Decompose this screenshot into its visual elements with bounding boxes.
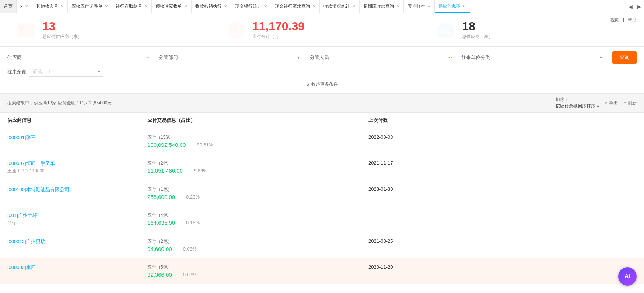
- transaction-col-row4: 应付（4笔） 164,635.90 0.15%: [147, 212, 368, 226]
- transaction-percent-row1: 89.61%: [197, 142, 213, 148]
- nav-tab-bank-deposit-label: 银行存取款单: [116, 3, 142, 10]
- stat-card-total-payable: 米 11,170.39 应付合计（万）: [217, 19, 427, 41]
- person-ellipsis-btn[interactable]: ···: [446, 54, 454, 61]
- transaction-col-row2: 应付（2笔） 11,051,486.00 9.89%: [147, 160, 368, 174]
- supplier-link-row5[interactable]: [000012]广州贝瑞: [7, 239, 45, 244]
- nav-arrow-left[interactable]: ◀: [626, 0, 635, 13]
- nav-tab-customer-account-close[interactable]: ✕: [427, 4, 431, 9]
- nav-tab-cash-bank-stat[interactable]: 现金银行统计 ✕: [231, 0, 271, 13]
- supplier-col-row5: [000012]广州贝瑞: [7, 238, 147, 245]
- nav-arrow-right[interactable]: ▶: [635, 0, 644, 13]
- nav-tab-other-income-label: 其他收入单: [36, 3, 58, 10]
- filter-balance-select[interactable]: 请选...（ ▾: [29, 67, 103, 77]
- nav-tab-customer-account[interactable]: 客户账本 ✕: [404, 0, 435, 13]
- table-container: 供应商信息 应付交易信息（占比） 上次付数 [000001]张三 应付（15笔）…: [0, 113, 644, 293]
- filter-dept: 分管部门 ▾: [159, 54, 303, 62]
- nav-tab-bank-deposit-close[interactable]: ✕: [144, 4, 148, 9]
- filter-person-input[interactable]: [332, 53, 443, 62]
- transaction-col-row1: 应付（15笔） 100,092,540.00 89.61%: [147, 134, 368, 148]
- transaction-label-row6: 应付（5笔）: [147, 264, 368, 270]
- stat-card-payable-suppliers: ¥ 13 总应付供应商（家）: [7, 19, 217, 41]
- nav-tab-supplier-account[interactable]: 供应商账本 ✕: [435, 0, 470, 13]
- transaction-label-row2: 应付（2笔）: [147, 160, 368, 166]
- svg-rect-4: [437, 26, 454, 38]
- col-header-transaction: 应付交易信息（占比）: [147, 117, 368, 124]
- refresh-button[interactable]: ○ 刷新: [624, 100, 637, 106]
- help-link[interactable]: 帮助: [628, 17, 637, 23]
- filter-person: 分管人员 ···: [310, 53, 454, 62]
- filter-dept-label: 分管部门: [159, 54, 178, 61]
- result-actions: 排序： 按应付余额倒序排序 ▾ ○ 导出 ○ 刷新: [556, 97, 637, 109]
- nav-tab-advance-offset[interactable]: 预收冲应收单 ✕: [152, 0, 192, 13]
- nav-tab-collection-stat[interactable]: 收款情况统计 ✕: [320, 0, 360, 13]
- nav-tab-advance-offset-label: 预收冲应收单: [155, 3, 182, 10]
- collapse-button[interactable]: ∧ 收起更多条件: [307, 81, 338, 87]
- transaction-amount-row3: 258,000.00: [147, 194, 175, 200]
- filter-balance-label: 往来余额: [7, 69, 27, 75]
- nav-tab-other-income-close[interactable]: ✕: [60, 4, 64, 9]
- stat-content-payable-suppliers: 13 总应付供应商（家）: [42, 20, 82, 40]
- nav-tab-cash-bank-stat-close[interactable]: ✕: [264, 4, 267, 9]
- supplier-link-row6[interactable]: [000002]李四: [7, 265, 36, 270]
- nav-tab-cash-bank-flow[interactable]: 现金银行流水查询 ✕: [271, 0, 320, 13]
- nav-tab-supplier-account-close[interactable]: ✕: [463, 4, 466, 8]
- nav-tab-cash-bank-flow-close[interactable]: ✕: [312, 4, 316, 9]
- transaction-info-row5: 94,600.00 0.08%: [147, 246, 368, 252]
- export-label: 导出: [609, 100, 618, 106]
- stat-content-total-payable: 11,170.39 应付合计（万）: [252, 20, 305, 40]
- nav-tab-cash-bank-stat-label: 现金银行统计: [235, 3, 262, 10]
- stat-content-total-suppliers: 18 总供应商（家）: [462, 20, 493, 40]
- nav-tab-overdue-query[interactable]: 超期应收款查询 ✕: [360, 0, 404, 13]
- transaction-percent-row4: 0.15%: [186, 220, 200, 225]
- filter-bar: 供应商 ··· 分管部门 ▾ 分管人员 ··· 往来单位分类 ▾ 查询 往来: [0, 47, 644, 94]
- nav-tab-collection-exec[interactable]: 收款核销执行 ✕: [192, 0, 231, 13]
- filter-dept-select[interactable]: ▾: [181, 54, 303, 62]
- nav-tab-advance-offset-close[interactable]: ✕: [184, 4, 188, 9]
- supplier-link-row3[interactable]: [000100]本特勤油品有限公司: [7, 187, 69, 192]
- transaction-percent-row2: 9.89%: [194, 168, 207, 173]
- stat-number-payable-suppliers: 13: [42, 20, 82, 32]
- sort-select[interactable]: 按应付余额倒序排序 ▾: [556, 103, 599, 109]
- nav-tab-home[interactable]: 首页: [0, 0, 17, 13]
- filter-supplier: 供应商 ···: [7, 53, 151, 62]
- collapse-bar: ∧ 收起更多条件: [7, 80, 637, 89]
- ai-button[interactable]: Ai: [618, 267, 637, 286]
- filter-category-label: 往来单位分类: [461, 54, 490, 61]
- supplier-link-row4[interactable]: [001]广州荣轩: [7, 213, 37, 218]
- video-link[interactable]: 视频: [610, 17, 619, 23]
- filter-category-select[interactable]: ▾: [493, 54, 605, 62]
- stats-bar: ¥ 13 总应付供应商（家） 米 11,170.39 应付合计（万）: [0, 13, 644, 47]
- nav-tab-ap-adjust-label: 应收应付调整单: [71, 3, 102, 10]
- nav-tab-ap-adjust-close[interactable]: ✕: [105, 4, 108, 9]
- nav-tab-bank-deposit[interactable]: 银行存取款单 ✕: [112, 0, 152, 13]
- stat-card-total-suppliers: 18 总供应商（家）: [427, 19, 637, 41]
- last-payment-col-row5: 2021-03-25: [368, 238, 637, 244]
- nav-tab-3-close[interactable]: ✕: [25, 4, 28, 9]
- transaction-info-row1: 100,092,540.00 89.61%: [147, 142, 368, 148]
- transaction-col-row5: 应付（2笔） 94,600.00 0.08%: [147, 238, 368, 252]
- svg-text:¥: ¥: [18, 24, 24, 35]
- supplier-link-row2[interactable]: [000007]恒旺二手叉车: [7, 161, 55, 166]
- nav-tab-ap-adjust[interactable]: 应收应付调整单 ✕: [68, 0, 112, 13]
- filter-supplier-label: 供应商: [7, 54, 22, 61]
- payable-suppliers-icon: ¥: [15, 19, 37, 41]
- supplier-ellipsis-btn[interactable]: ···: [143, 54, 151, 61]
- nav-tab-3[interactable]: 3 ✕: [17, 0, 32, 13]
- filter-supplier-input[interactable]: [25, 53, 140, 62]
- supplier-link-row1[interactable]: [000001]张三: [7, 135, 36, 140]
- stat-label-payable-suppliers: 总应付供应商（家）: [42, 34, 82, 40]
- export-button[interactable]: ○ 导出: [605, 100, 618, 106]
- nav-tab-collection-stat-close[interactable]: ✕: [352, 4, 356, 9]
- supplier-col-row6: [000002]李四: [7, 264, 147, 271]
- supplier-col-row4: [001]广州荣轩 仔仔: [7, 212, 147, 226]
- nav-tab-other-income[interactable]: 其他收入单 ✕: [32, 0, 68, 13]
- dept-chevron-icon: ▾: [297, 55, 300, 60]
- col-header-supplier: 供应商信息: [7, 117, 147, 124]
- table-row: [000100]本特勤油品有限公司 应付（1笔） 258,000.00 0.23…: [0, 180, 644, 206]
- nav-tab-collection-exec-close[interactable]: ✕: [224, 4, 227, 9]
- filter-row-2: 往来余额 请选...（ ▾: [7, 67, 637, 77]
- transaction-info-row4: 164,635.90 0.15%: [147, 220, 368, 226]
- query-button[interactable]: 查询: [612, 51, 637, 64]
- nav-tab-overdue-query-close[interactable]: ✕: [396, 4, 400, 9]
- transaction-col-row3: 应付（1笔） 258,000.00 0.23%: [147, 186, 368, 200]
